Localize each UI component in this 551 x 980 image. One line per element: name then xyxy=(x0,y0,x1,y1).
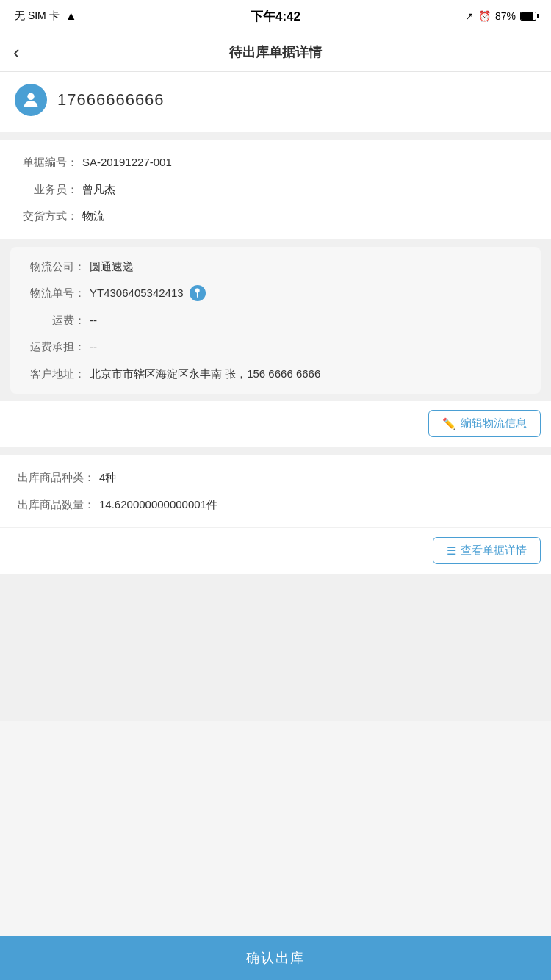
customer-header: 17666666666 xyxy=(0,72,551,128)
logistics-company-row: 物流公司： 圆通速递 xyxy=(25,259,526,275)
confirm-button-label: 确认出库 xyxy=(246,949,305,967)
freight-bearer-row: 运费承担： -- xyxy=(25,339,526,356)
user-icon xyxy=(21,90,41,110)
edit-logistics-section: ✏️ 编辑物流信息 xyxy=(0,401,551,447)
goods-types-value: 4种 xyxy=(99,469,533,486)
goods-info-card: 出库商品种类： 4种 出库商品数量： 14.620000000000001件 xyxy=(0,455,551,527)
wifi-icon: ▲ xyxy=(65,10,77,23)
nav-bar: ‹ 待出库单据详情 xyxy=(0,32,551,72)
salesman-row: 业务员： 曾凡杰 xyxy=(18,181,533,198)
logistics-company-value: 圆通速递 xyxy=(90,259,526,275)
customer-address-row: 客户地址： 北京市市辖区海淀区永丰南 张，156 6666 6666 xyxy=(25,366,526,383)
tracking-number-text: YT4306405342413 xyxy=(90,285,184,302)
goods-types-row: 出库商品种类： 4种 xyxy=(18,469,533,486)
edit-logistics-label: 编辑物流信息 xyxy=(461,417,527,430)
salesman-value: 曾凡杰 xyxy=(82,181,533,198)
goods-quantity-value: 14.620000000000001件 xyxy=(99,497,533,514)
status-bar: 无 SIM 卡 ▲ 下午4:42 ↗ ⏰ 87% xyxy=(0,0,551,32)
svg-point-0 xyxy=(27,93,34,100)
salesman-label: 业务员： xyxy=(18,181,82,198)
order-number-row: 单据编号： SA-20191227-001 xyxy=(18,154,533,171)
page-title: 待出库单据详情 xyxy=(229,43,322,61)
view-details-section: ☰ 查看单据详情 xyxy=(0,527,551,574)
logistics-card: 物流公司： 圆通速递 物流单号： YT4306405342413 运费： -- … xyxy=(10,247,541,394)
order-number-value: SA-20191227-001 xyxy=(82,154,533,171)
content-area: 17666666666 单据编号： SA-20191227-001 业务员： 曾… xyxy=(0,72,551,721)
order-info-card: 单据编号： SA-20191227-001 业务员： 曾凡杰 交货方式： 物流 xyxy=(0,140,551,239)
track-location-button[interactable] xyxy=(190,285,206,301)
logistics-company-label: 物流公司： xyxy=(25,259,90,275)
avatar xyxy=(15,84,47,116)
back-button[interactable]: ‹ xyxy=(13,43,20,62)
order-number-label: 单据编号： xyxy=(18,154,82,171)
carrier-label: 无 SIM 卡 xyxy=(15,10,60,23)
section-separator xyxy=(0,447,551,455)
status-left: 无 SIM 卡 ▲ xyxy=(15,10,77,23)
customer-phone: 17666666666 xyxy=(57,90,165,109)
battery-percent: 87% xyxy=(495,10,516,22)
dashed-divider xyxy=(0,128,551,132)
edit-logistics-button[interactable]: ✏️ 编辑物流信息 xyxy=(428,410,541,437)
freight-bearer-label: 运费承担： xyxy=(25,339,90,356)
confirm-bar[interactable]: 确认出库 xyxy=(0,936,551,980)
goods-quantity-row: 出库商品数量： 14.620000000000001件 xyxy=(18,497,533,514)
freight-label: 运费： xyxy=(25,312,90,329)
location-status-icon: ↗ xyxy=(465,10,474,22)
customer-address-label: 客户地址： xyxy=(25,366,90,383)
freight-bearer-value: -- xyxy=(90,339,526,356)
goods-types-label: 出库商品种类： xyxy=(18,469,99,486)
tracking-number-row: 物流单号： YT4306405342413 xyxy=(25,285,526,302)
status-time: 下午4:42 xyxy=(251,8,300,25)
delivery-method-label: 交货方式： xyxy=(18,208,82,225)
freight-row: 运费： -- xyxy=(25,312,526,329)
bottom-spacer xyxy=(0,574,551,721)
battery-icon xyxy=(520,12,536,21)
view-details-label: 查看单据详情 xyxy=(461,544,527,558)
list-icon: ☰ xyxy=(447,544,456,558)
edit-icon: ✏️ xyxy=(442,417,456,430)
tracking-number-label: 物流单号： xyxy=(25,285,90,302)
status-right: ↗ ⏰ 87% xyxy=(465,10,536,22)
tracking-number-value-container: YT4306405342413 xyxy=(90,285,526,302)
freight-value: -- xyxy=(90,312,526,329)
view-details-button[interactable]: ☰ 查看单据详情 xyxy=(433,537,541,564)
alarm-icon: ⏰ xyxy=(478,10,491,22)
customer-address-value: 北京市市辖区海淀区永丰南 张，156 6666 6666 xyxy=(90,366,526,383)
delivery-method-value: 物流 xyxy=(82,208,533,225)
delivery-method-row: 交货方式： 物流 xyxy=(18,208,533,225)
goods-quantity-label: 出库商品数量： xyxy=(18,497,99,514)
